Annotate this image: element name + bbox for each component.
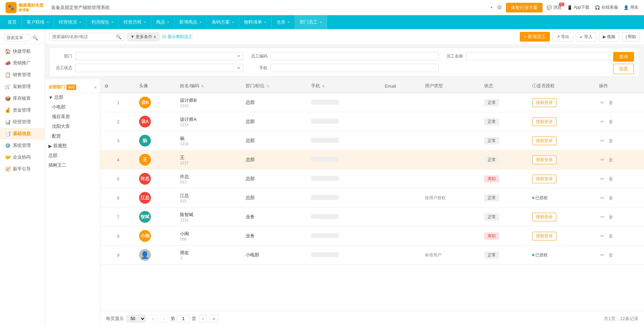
edit-button-9[interactable]: ✏	[599, 252, 606, 258]
tab-barcode[interactable]: 条码方案 ×	[207, 15, 239, 29]
sidebar-item-marketing[interactable]: 📣 营销推广	[0, 57, 45, 69]
tab-add-goods[interactable]: 新增商品 ×	[174, 15, 207, 29]
edit-button-2[interactable]: ✏	[599, 118, 606, 125]
delete-button-2[interactable]: 🗑	[607, 118, 615, 125]
system-dropdown-arrow[interactable]: ▾	[491, 5, 493, 10]
emp-name-input[interactable]	[466, 52, 634, 60]
dept-item-twin-dreams[interactable]: ▶ 双鹿想	[45, 141, 100, 151]
auth-button-4[interactable]: 授权登录	[532, 156, 556, 164]
edit-button-7[interactable]: ✏	[599, 213, 606, 220]
tab-process[interactable]: 经营历程 ×	[119, 15, 151, 29]
dept-item-distribution[interactable]: 配货	[45, 131, 100, 141]
trial-button[interactable]: 体验行业方案	[506, 3, 543, 12]
tab-close-business[interactable]: ×	[79, 20, 81, 24]
user-button[interactable]: 👤 用友	[624, 5, 638, 10]
tab-material[interactable]: 物料清单 ×	[239, 15, 271, 29]
edit-button-1[interactable]: ✏	[599, 99, 606, 106]
dept-tree-collapse[interactable]: «	[94, 85, 97, 90]
edit-button-8[interactable]: ✏	[599, 232, 606, 239]
edit-button-6[interactable]: ✏	[599, 194, 606, 201]
tab-close-profit[interactable]: ×	[111, 20, 114, 24]
sidebar-item-basic[interactable]: 📑 基础信息	[0, 128, 45, 140]
export-button[interactable]: ↗ 导出	[553, 32, 573, 42]
emp-status-select[interactable]	[75, 64, 243, 72]
edit-button-3[interactable]: ✏	[599, 137, 606, 144]
online-service-button[interactable]: 🎧 在线客服	[595, 5, 618, 10]
sidebar-item-enterprise[interactable]: 🤝 企业协同	[0, 151, 45, 163]
first-page-button[interactable]: «	[148, 315, 157, 323]
th-dept[interactable]: 部门/职位⇅	[242, 79, 307, 93]
gear-button[interactable]: ⚙	[497, 4, 502, 11]
tab-close-add-goods[interactable]: ×	[199, 20, 201, 24]
tab-close-process[interactable]: ×	[144, 20, 146, 24]
tab-close-customer[interactable]: ×	[47, 20, 49, 24]
dept-item-project[interactable]: 项目库房	[45, 112, 100, 122]
th-phone[interactable]: 手机⇅	[307, 79, 381, 93]
th-name[interactable]: 姓名/编码⇅	[176, 79, 241, 93]
message-button[interactable]: 💬 消息 5	[547, 5, 562, 10]
tab-warehouse[interactable]: 仓库 ×	[272, 15, 295, 29]
th-settings[interactable]: ⚙	[100, 79, 113, 93]
tab-goods[interactable]: 商品 ×	[151, 15, 174, 29]
help-button[interactable]: | 帮助	[622, 32, 640, 42]
import-button[interactable]: ↙ 导入	[576, 32, 596, 42]
search-input[interactable]	[52, 34, 115, 39]
delete-button-7[interactable]: 🗑	[607, 213, 615, 220]
add-employee-button[interactable]: + 新增员工	[520, 32, 550, 42]
delete-button-6[interactable]: 🗑	[607, 194, 615, 201]
sidebar-item-purchase[interactable]: 🛒 采购管理	[0, 81, 45, 92]
tab-close-barcode[interactable]: ×	[232, 20, 234, 24]
delete-button-5[interactable]: 🗑	[607, 175, 615, 182]
dept-item-planting[interactable]: 插树王二	[45, 160, 100, 170]
search-button[interactable]: 查询	[613, 52, 634, 62]
sidebar-item-inventory[interactable]: 📦 库存核算	[0, 92, 45, 104]
sidebar-search-input[interactable]	[3, 34, 31, 42]
tab-close-warehouse[interactable]: ×	[288, 20, 290, 24]
phone-input[interactable]	[270, 64, 438, 72]
dept-item-corp[interactable]: ▼ 总部	[45, 92, 100, 102]
app-download-button[interactable]: 📱 App下载	[567, 5, 589, 10]
next-page-button[interactable]: ›	[199, 315, 207, 323]
sidebar-item-operation[interactable]: 📊 经营管理	[0, 116, 45, 128]
tab-close-department[interactable]: ×	[320, 20, 322, 24]
show-resigned-toggle[interactable]: ☑ 显示离职员工	[162, 34, 192, 40]
tab-close-goods[interactable]: ×	[167, 20, 169, 24]
delete-button-8[interactable]: 🗑	[607, 232, 615, 239]
per-page-select[interactable]: 50 100 200	[127, 315, 146, 323]
page-input[interactable]	[176, 315, 190, 322]
auth-button-7[interactable]: 授权登录	[532, 213, 556, 221]
tab-department[interactable]: 部门员工 ×	[295, 15, 327, 29]
sidebar-item-shortcut[interactable]: 🏠 快捷导航	[0, 45, 45, 57]
auth-button-1[interactable]: 授权登录	[532, 98, 556, 107]
delete-button-3[interactable]: 🗑	[607, 137, 615, 144]
tab-close-material[interactable]: ×	[264, 20, 266, 24]
set-button[interactable]: 设置	[613, 64, 634, 74]
auth-button-8[interactable]: 授权登录	[532, 232, 556, 240]
sidebar-item-guide[interactable]: 🧭 新手引导	[0, 163, 45, 175]
prev-page-button[interactable]: ‹	[160, 315, 167, 323]
tab-customer[interactable]: 客户联络 ×	[22, 15, 54, 29]
last-page-button[interactable]: »	[209, 315, 218, 323]
filter-btn[interactable]: ▼ 更多条件 ∧	[127, 33, 160, 41]
dept-item-small-elec[interactable]: 小电部	[45, 102, 100, 112]
auth-button-2[interactable]: 授权登录	[532, 117, 556, 126]
auth-button-3[interactable]: 授权登录	[532, 136, 556, 145]
dept-edit-button[interactable]: 编辑	[66, 85, 76, 90]
tab-home[interactable]: 首页	[3, 15, 22, 29]
sidebar-item-finance[interactable]: 💰 资金管理	[0, 104, 45, 116]
sidebar-item-system[interactable]: ⚙️ 系统管理	[0, 140, 45, 151]
view-button[interactable]: ▶ 视频	[599, 32, 619, 42]
delete-button-1[interactable]: 🗑	[607, 99, 615, 106]
tab-business[interactable]: 经营情况 ×	[54, 15, 86, 29]
edit-button-5[interactable]: ✏	[599, 175, 606, 182]
dept-filter-select[interactable]	[75, 52, 243, 60]
tab-profit[interactable]: 利润报告 ×	[87, 15, 119, 29]
dept-item-shenyang[interactable]: 沈阳大库	[45, 122, 100, 131]
auth-button-5[interactable]: 授权登录	[532, 175, 556, 183]
sidebar-item-sales[interactable]: 📋 销售管理	[0, 69, 45, 81]
emp-code-input[interactable]	[270, 52, 438, 60]
dept-item-hq[interactable]: 总部	[45, 151, 100, 160]
delete-button-4[interactable]: 🗑	[607, 156, 615, 163]
edit-button-4[interactable]: ✏	[599, 156, 606, 163]
delete-button-9[interactable]: 🗑	[607, 252, 615, 258]
